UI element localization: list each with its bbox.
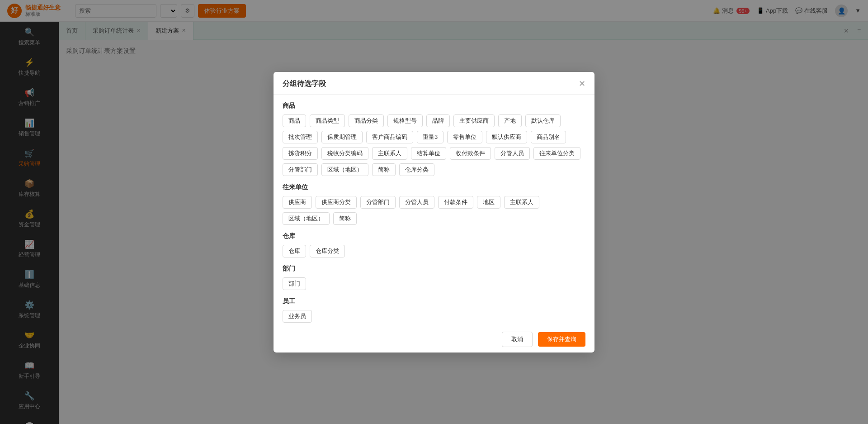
field-tag[interactable]: 商品分类 xyxy=(349,114,384,127)
field-tag[interactable]: 主联系人 xyxy=(504,196,539,209)
field-tag[interactable]: 分管人员 xyxy=(495,147,530,160)
section-title-employee: 员工 xyxy=(283,297,585,305)
field-tag[interactable]: 分管部门 xyxy=(283,163,318,176)
modal: 分组待选字段 ✕ 商品 商品 商品类型 商品分类 规格型号 品牌 主要供应商 产… xyxy=(274,72,594,353)
field-tag[interactable]: 简称 xyxy=(333,212,357,225)
field-tag[interactable]: 部门 xyxy=(283,277,306,290)
field-tag[interactable]: 供应商分类 xyxy=(316,196,357,209)
modal-overlay[interactable]: 分组待选字段 ✕ 商品 商品 商品类型 商品分类 规格型号 品牌 主要供应商 产… xyxy=(0,0,868,424)
field-tag[interactable]: 批次管理 xyxy=(283,131,318,143)
field-tags-partner: 供应商 供应商分类 分管部门 分管人员 付款条件 地区 主联系人 区域（地区） … xyxy=(283,196,585,225)
field-tags-warehouse: 仓库 仓库分类 xyxy=(283,245,585,257)
field-tag[interactable]: 仓库分类 xyxy=(399,163,434,176)
field-tags-department: 部门 xyxy=(283,277,585,290)
section-title-department: 部门 xyxy=(283,265,585,273)
field-tag[interactable]: 零售单位 xyxy=(447,131,482,143)
field-tag[interactable]: 保质期管理 xyxy=(321,131,363,143)
section-title-partner: 往来单位 xyxy=(283,183,585,191)
field-tag[interactable]: 分管人员 xyxy=(399,196,434,209)
field-tags-product: 商品 商品类型 商品分类 规格型号 品牌 主要供应商 产地 默认仓库 批次管理 … xyxy=(283,114,585,176)
field-tag[interactable]: 地区 xyxy=(477,196,500,209)
field-tag[interactable]: 供应商 xyxy=(283,196,312,209)
field-tag[interactable]: 简称 xyxy=(372,163,396,176)
field-tag[interactable]: 付款条件 xyxy=(438,196,473,209)
field-tag[interactable]: 业务员 xyxy=(283,310,312,323)
field-tag[interactable]: 规格型号 xyxy=(387,114,423,127)
field-tag[interactable]: 仓库分类 xyxy=(310,245,345,257)
field-tag[interactable]: 主联系人 xyxy=(372,147,407,160)
field-tag[interactable]: 区域（地区） xyxy=(321,163,368,176)
field-tag[interactable]: 往来单位分类 xyxy=(533,147,580,160)
field-tag[interactable]: 商品 xyxy=(283,114,306,127)
field-tag[interactable]: 商品类型 xyxy=(310,114,345,127)
field-tag[interactable]: 区域（地区） xyxy=(283,212,330,225)
field-tag[interactable]: 客户商品编码 xyxy=(366,131,413,143)
field-tag[interactable]: 税收分类编码 xyxy=(321,147,368,160)
field-tags-employee: 业务员 xyxy=(283,310,585,323)
field-tag[interactable]: 结算单位 xyxy=(411,147,446,160)
field-tag[interactable]: 拣货积分 xyxy=(283,147,318,160)
modal-header: 分组待选字段 ✕ xyxy=(274,72,594,95)
field-tag[interactable]: 重量3 xyxy=(417,131,443,143)
modal-title: 分组待选字段 xyxy=(283,79,326,89)
modal-body: 商品 商品 商品类型 商品分类 规格型号 品牌 主要供应商 产地 默认仓库 批次… xyxy=(274,95,594,326)
field-tag[interactable]: 默认供应商 xyxy=(486,131,527,143)
modal-footer: 取消 保存并查询 xyxy=(274,326,594,353)
modal-close-button[interactable]: ✕ xyxy=(579,80,585,88)
confirm-button[interactable]: 保存并查询 xyxy=(538,332,585,347)
field-tag[interactable]: 仓库 xyxy=(283,245,306,257)
field-tag[interactable]: 产地 xyxy=(498,114,522,127)
field-tag[interactable]: 主要供应商 xyxy=(453,114,495,127)
field-tag[interactable]: 分管部门 xyxy=(360,196,396,209)
field-tag[interactable]: 收付款条件 xyxy=(450,147,491,160)
section-title-product: 商品 xyxy=(283,102,585,110)
field-tag[interactable]: 默认仓库 xyxy=(525,114,561,127)
field-tag[interactable]: 商品别名 xyxy=(531,131,566,143)
field-tag[interactable]: 品牌 xyxy=(426,114,450,127)
cancel-button[interactable]: 取消 xyxy=(502,332,533,347)
section-title-warehouse: 仓库 xyxy=(283,232,585,240)
